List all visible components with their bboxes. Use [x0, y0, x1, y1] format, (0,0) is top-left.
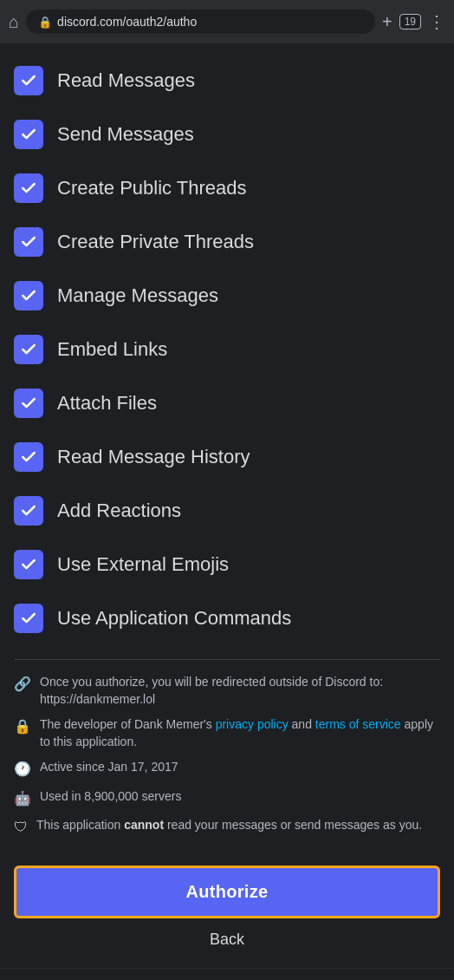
checkbox-create-public-threads[interactable] — [14, 173, 43, 203]
menu-icon[interactable]: ⋮ — [428, 11, 445, 32]
main-content: Read MessagesSend MessagesCreate Public … — [0, 43, 454, 852]
button-area: Authorize Back — [0, 852, 454, 968]
authorize-button[interactable]: Authorize — [14, 866, 440, 918]
lock-info-icon: 🔒 — [14, 717, 31, 736]
info-section: 🔗 Once you authorize, you will be redire… — [14, 674, 440, 852]
permission-item-attach-files[interactable]: Attach Files — [14, 376, 440, 430]
lock-icon: 🔒 — [38, 16, 52, 29]
permission-label-read-messages: Read Messages — [57, 69, 195, 92]
link-icon: 🔗 — [14, 675, 31, 694]
terms-of-service-link[interactable]: terms of service — [315, 717, 401, 731]
checkbox-manage-messages[interactable] — [14, 281, 43, 310]
info-row-cannot: 🛡 This application cannot read your mess… — [14, 817, 440, 837]
permission-label-create-private-threads: Create Private Threads — [57, 231, 254, 253]
info-row-policy: 🔒 The developer of Dank Memer's privacy … — [14, 716, 440, 750]
permission-label-send-messages: Send Messages — [57, 123, 194, 146]
url-text: discord.com/oauth2/autho — [57, 15, 197, 29]
checkbox-read-messages[interactable] — [14, 66, 43, 95]
browser-bar: ⌂ 🔒 discord.com/oauth2/autho + 19 ⋮ — [0, 0, 454, 43]
active-since-text: Active since Jan 17, 2017 — [40, 759, 178, 776]
address-bar[interactable]: 🔒 discord.com/oauth2/autho — [26, 10, 375, 34]
permission-label-attach-files: Attach Files — [57, 392, 157, 415]
redirect-text: Once you authorize, you will be redirect… — [40, 674, 440, 708]
tab-count-badge[interactable]: 19 — [399, 14, 421, 29]
permission-item-add-reactions[interactable]: Add Reactions — [14, 484, 440, 538]
permission-list: Read MessagesSend MessagesCreate Public … — [14, 54, 440, 645]
permission-label-embed-links: Embed Links — [57, 338, 167, 361]
checkbox-use-external-emojis[interactable] — [14, 550, 43, 579]
checkbox-read-message-history[interactable] — [14, 442, 43, 472]
privacy-policy-link[interactable]: privacy policy — [216, 717, 289, 731]
permission-label-use-external-emojis: Use External Emojis — [57, 553, 229, 576]
permission-label-create-public-threads: Create Public Threads — [57, 177, 247, 199]
permission-item-send-messages[interactable]: Send Messages — [14, 108, 440, 161]
permission-item-read-message-history[interactable]: Read Message History — [14, 430, 440, 484]
info-row-redirect: 🔗 Once you authorize, you will be redire… — [14, 674, 440, 708]
bottom-nav: ||| ○ ‹ — [0, 968, 454, 980]
back-button[interactable]: Back — [14, 918, 440, 961]
permission-label-add-reactions: Add Reactions — [57, 500, 181, 522]
checkbox-create-private-threads[interactable] — [14, 227, 43, 257]
clock-icon: 🕐 — [14, 760, 31, 779]
checkbox-send-messages[interactable] — [14, 120, 43, 149]
shield-icon: 🛡 — [14, 818, 28, 837]
servers-text: Used in 8,900,000 servers — [40, 788, 181, 806]
permission-item-use-application-commands[interactable]: Use Application Commands — [14, 591, 440, 645]
checkbox-embed-links[interactable] — [14, 335, 43, 364]
permission-item-manage-messages[interactable]: Manage Messages — [14, 269, 440, 323]
permission-item-create-public-threads[interactable]: Create Public Threads — [14, 161, 440, 215]
checkbox-use-application-commands[interactable] — [14, 604, 43, 633]
policy-text: The developer of Dank Memer's privacy po… — [40, 716, 440, 750]
checkbox-add-reactions[interactable] — [14, 496, 43, 526]
home-icon[interactable]: ⌂ — [9, 12, 19, 32]
permission-item-read-messages[interactable]: Read Messages — [14, 54, 440, 108]
permission-item-create-private-threads[interactable]: Create Private Threads — [14, 215, 440, 269]
browser-actions: + 19 ⋮ — [382, 11, 445, 32]
permission-item-use-external-emojis[interactable]: Use External Emojis — [14, 538, 440, 591]
cannot-text: This application cannot read your messag… — [36, 817, 422, 834]
add-tab-icon[interactable]: + — [382, 12, 392, 32]
permission-label-read-message-history: Read Message History — [57, 446, 250, 468]
permission-label-manage-messages: Manage Messages — [57, 284, 218, 307]
checkbox-attach-files[interactable] — [14, 389, 43, 418]
info-row-active: 🕐 Active since Jan 17, 2017 — [14, 759, 440, 779]
info-row-servers: 🤖 Used in 8,900,000 servers — [14, 788, 440, 808]
permission-label-use-application-commands: Use Application Commands — [57, 607, 291, 630]
permission-item-embed-links[interactable]: Embed Links — [14, 323, 440, 376]
divider — [14, 659, 440, 660]
bot-icon: 🤖 — [14, 789, 31, 808]
